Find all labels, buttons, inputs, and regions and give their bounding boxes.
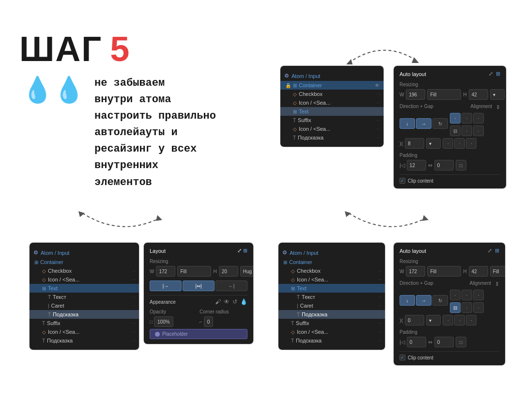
bl-suffix-row[interactable]: T Suffix ··· — [30, 319, 139, 327]
eye2-icon[interactable]: 👁 — [224, 298, 230, 305]
br-icon-sea-row2[interactable]: ◇ Icon / <Sea... ··· — [278, 327, 385, 336]
icon-sea-row-tr2[interactable]: ◇ Icon / <Sea... ··· — [280, 124, 384, 133]
h-field-tr[interactable]: 42 — [469, 89, 488, 100]
gap-dot1-tr[interactable]: · — [443, 138, 453, 149]
align-mc-tr[interactable]: · — [461, 125, 472, 136]
dir-btns-row-br: ↓ → ↻ · · · ⊟ · · — [400, 290, 499, 313]
layout-title-icons: ⤢ ⊞ — [237, 248, 247, 254]
align-mr-tr[interactable]: · — [473, 125, 484, 136]
pad-row-tr: |◁ 12 ⇔ 0 □ — [400, 160, 500, 171]
gap-type-br[interactable]: ▾ — [426, 315, 441, 326]
align-right-btn[interactable]: ←| — [215, 280, 247, 291]
t-icon-tr6: T — [293, 135, 296, 140]
icon-sea-row-tr1[interactable]: ◇ Icon / <Sea... ··· — [280, 98, 384, 107]
br-suffix-row[interactable]: T Suffix ··· — [278, 319, 385, 327]
checkbox-row-tr[interactable]: ◇ Checkbox ··· — [280, 90, 384, 98]
fill-field-tr[interactable]: Fill — [427, 89, 461, 100]
bl-icon-sea-row2[interactable]: ◇ Icon / <Sea... ··· — [30, 327, 139, 336]
align-tl-br[interactable]: · — [450, 290, 461, 300]
pad-left-field-br[interactable]: 0 — [407, 337, 426, 347]
align-tc-br[interactable]: · — [461, 290, 472, 300]
br-tekst-row[interactable]: T Текст ··· — [278, 293, 385, 301]
align-tl-tr[interactable]: · — [450, 113, 461, 124]
bl-container-row[interactable]: ⊞ Container — [30, 258, 139, 266]
br-icon-sea-row1[interactable]: ◇ Icon / <Sea... ··· — [278, 275, 385, 284]
bl-tekst-row[interactable]: T Текст ··· — [30, 293, 139, 301]
layout-hug-field[interactable]: Hug — [240, 266, 254, 277]
layout-w-field[interactable]: 172 — [156, 266, 175, 277]
pad-row-br: |◁ 0 ⇔ 0 □ — [400, 337, 499, 347]
bl-icon-sea-row1[interactable]: ◇ Icon / <Sea... ··· — [30, 275, 139, 284]
dir-right-btn-tr[interactable]: → — [416, 118, 431, 129]
pad-link-br[interactable]: □ — [456, 337, 466, 347]
gap-type-tr[interactable]: ▾ — [426, 138, 441, 149]
gap-dot1-br[interactable]: · — [443, 315, 453, 326]
t-br9: T — [291, 338, 294, 343]
drop-icon[interactable]: 💧 — [240, 298, 247, 305]
gap-dot3-tr[interactable]: · — [466, 138, 477, 149]
hug-field-tr[interactable]: ▾ — [490, 89, 505, 100]
clip-checkbox-br[interactable]: ✓ — [400, 355, 405, 360]
podkazka-row-tr[interactable]: T Подсказка ··· — [280, 133, 384, 142]
opacity-field[interactable]: 100% — [154, 316, 173, 327]
suffix-row-tr[interactable]: T Suffix ··· — [280, 116, 384, 124]
gap-dot2-br[interactable]: · — [454, 315, 465, 326]
br-checkbox-row[interactable]: ◇ Checkbox ··· — [278, 266, 385, 275]
layout-h-field[interactable]: 20 — [219, 266, 238, 277]
dir-right-btn-br[interactable]: → — [416, 295, 431, 306]
pad-link-tr[interactable]: □ — [456, 160, 466, 171]
diamond-bl8: ◇ — [42, 329, 46, 335]
gap-dot2-tr[interactable]: · — [454, 138, 465, 149]
clip-checkbox-tr[interactable]: ✓ — [400, 178, 405, 184]
align-left-btn[interactable]: |→ — [150, 280, 182, 291]
bl-checkbox-row[interactable]: ◇ Checkbox ··· — [30, 266, 139, 275]
align-tc-tr[interactable]: · — [461, 113, 472, 124]
wh-row-br: W 172 Fill H 42 Fill — [400, 266, 499, 277]
align-mc-br[interactable]: · — [461, 302, 472, 313]
dir-down-btn-tr[interactable]: ↓ — [400, 118, 415, 129]
t-bl7: T — [42, 321, 45, 326]
palette-icon[interactable]: 🖌 — [215, 298, 221, 305]
dir-down-btn-br[interactable]: ↓ — [400, 295, 415, 306]
br-caret-row[interactable]: | Caret ··· — [278, 301, 385, 310]
br-container-row[interactable]: ⊞ Container — [278, 258, 385, 266]
br-podkazka-inner-row[interactable]: T Подсказка ··· — [278, 310, 385, 319]
text-row-tr[interactable]: ⊞ Text ··· — [280, 107, 384, 116]
align-tr-br[interactable]: · — [473, 290, 484, 300]
bot-right-layer-panel: ⚙ Atom / Input ⊞ Container ◇ Checkbox ··… — [278, 242, 385, 350]
corner-field[interactable]: 0 — [204, 316, 214, 327]
bl-podkazka-outer-row[interactable]: T Подсказка ··· — [30, 336, 139, 345]
container-row-tr[interactable]: 🔒 ⊞ Container 👁 — [280, 81, 384, 90]
align-mr-br[interactable]: · — [473, 302, 484, 313]
fill-field-br[interactable]: Fill — [427, 266, 461, 277]
dir-wrap-btn-tr[interactable]: ↻ — [432, 118, 448, 129]
align-tr-tr[interactable]: · — [473, 113, 484, 124]
align-ml-br[interactable]: ⊟ — [450, 302, 461, 313]
w-field-tr[interactable]: 196 — [406, 89, 425, 100]
bot-right-props-panel: Auto layout ⤢ ⊞ Resizing W 172 Fill H 42… — [393, 242, 506, 366]
bl-podkazka-inner-row[interactable]: T Подсказка ··· — [30, 310, 139, 319]
dir-wrap-btn-br[interactable]: ↻ — [432, 295, 448, 306]
pad-right-field-tr[interactable]: 0 — [434, 160, 454, 171]
br-container-label: Container — [289, 259, 381, 265]
br-text-row[interactable]: ⊞ Text ··· — [278, 284, 385, 293]
bl-caret-row[interactable]: | Caret ··· — [30, 301, 139, 310]
grid-icon-bl: ⊞ — [34, 260, 38, 265]
align-ml-tr[interactable]: ⊟ — [450, 125, 461, 136]
br-podkazka-outer-row[interactable]: T Подсказка ··· — [278, 336, 385, 345]
layout-fill-field[interactable]: Fill — [177, 266, 211, 277]
bl-text-row[interactable]: ⊞ Text ··· — [30, 284, 139, 293]
h-field-br[interactable]: 42 — [469, 266, 488, 277]
gap-field-tr[interactable]: 8 — [405, 138, 424, 149]
w-field-br[interactable]: 172 — [406, 266, 425, 277]
gap-row-br: )( 0 ▾ · · · — [400, 315, 499, 326]
gap-dot3-br[interactable]: · — [466, 315, 477, 326]
diamond-icon-tr1: ◇ — [293, 92, 297, 97]
pad-left-field-tr[interactable]: 12 — [407, 160, 426, 171]
align-center-btn[interactable]: |⇔| — [183, 280, 215, 291]
placeholder-pill[interactable]: Placeholder — [150, 329, 247, 339]
effect-icon[interactable]: ↺ — [232, 298, 237, 305]
gap-field-br[interactable]: 0 — [405, 315, 424, 326]
fill2-field-br[interactable]: Fill — [490, 266, 506, 277]
pad-right-field-br[interactable]: 0 — [434, 337, 454, 347]
